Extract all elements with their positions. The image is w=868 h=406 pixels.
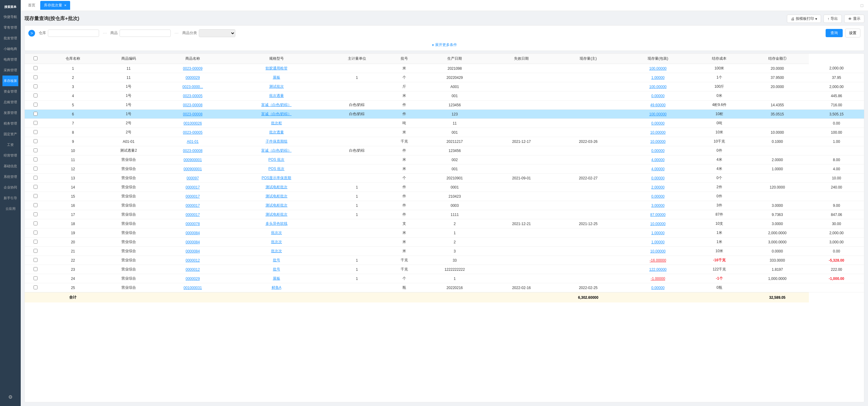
row-checkbox[interactable] bbox=[34, 267, 37, 271]
cell-16-10[interactable]: 87.00000 bbox=[623, 210, 693, 219]
row-checkbox[interactable] bbox=[34, 94, 37, 98]
row-checkbox[interactable] bbox=[34, 249, 37, 253]
cell-0-10[interactable]: 100.00000 bbox=[623, 64, 693, 73]
cell-7-4[interactable]: 批次透量 bbox=[227, 128, 325, 137]
category-select[interactable] bbox=[199, 29, 236, 37]
row-checkbox[interactable] bbox=[34, 103, 37, 107]
cell-11-3[interactable]: 000900001 bbox=[158, 165, 228, 174]
row-checkbox[interactable] bbox=[34, 231, 37, 235]
tab-close-icon[interactable]: ✕ bbox=[64, 4, 66, 7]
cell-22-4[interactable]: 批号 bbox=[227, 265, 325, 274]
sidebar-item-13[interactable]: 经营管理 bbox=[2, 150, 18, 161]
cell-17-10[interactable]: 10.00000 bbox=[623, 219, 693, 229]
row-checkbox[interactable] bbox=[34, 121, 37, 125]
window-close-icon[interactable]: □ bbox=[860, 3, 864, 8]
cell-7-10[interactable]: 10.00000 bbox=[623, 128, 693, 137]
cell-9-0[interactable] bbox=[25, 146, 46, 155]
row-checkbox[interactable] bbox=[34, 276, 37, 280]
row-checkbox[interactable] bbox=[34, 112, 37, 116]
row-checkbox[interactable] bbox=[34, 185, 37, 189]
select-all-checkbox[interactable] bbox=[34, 56, 37, 60]
row-checkbox[interactable] bbox=[34, 84, 37, 88]
cell-8-10[interactable]: 10.00000 bbox=[623, 137, 693, 146]
cell-16-0[interactable] bbox=[25, 210, 46, 219]
cell-2-3[interactable]: 0023-0000... bbox=[158, 82, 228, 91]
cell-21-0[interactable] bbox=[25, 256, 46, 265]
row-checkbox[interactable] bbox=[34, 240, 37, 244]
cell-17-4[interactable]: 多头异色软线 bbox=[227, 219, 325, 229]
sidebar-item-14[interactable]: 基础信息 bbox=[2, 161, 18, 171]
cell-20-4[interactable]: 批次次 bbox=[227, 247, 325, 256]
row-checkbox[interactable] bbox=[34, 176, 37, 180]
toggle-btn[interactable]: 👁 显示 bbox=[844, 14, 864, 23]
cell-5-4[interactable]: 富诚（白色/奶棕） bbox=[227, 110, 325, 119]
cell-24-10[interactable]: 0.00000 bbox=[623, 283, 693, 293]
cell-17-0[interactable] bbox=[25, 219, 46, 229]
cell-6-10[interactable]: 0.00000 bbox=[623, 119, 693, 128]
cell-24-4[interactable]: 鲜鱼A bbox=[227, 283, 325, 293]
sidebar-item-7[interactable]: 资金管理 bbox=[2, 86, 18, 97]
cell-9-3[interactable]: 0023-00008 bbox=[158, 146, 228, 155]
cell-13-0[interactable] bbox=[25, 183, 46, 192]
cell-19-0[interactable] bbox=[25, 238, 46, 247]
cell-15-3[interactable]: 0000017 bbox=[158, 201, 228, 210]
row-checkbox[interactable] bbox=[34, 194, 37, 198]
cell-3-4[interactable]: 批次透量 bbox=[227, 91, 325, 101]
cell-14-0[interactable] bbox=[25, 192, 46, 201]
row-checkbox[interactable] bbox=[34, 212, 37, 216]
cell-2-10[interactable]: 100.00000 bbox=[623, 82, 693, 91]
row-checkbox[interactable] bbox=[34, 148, 37, 152]
cell-15-0[interactable] bbox=[25, 201, 46, 210]
cell-4-4[interactable]: 富诚（白色/奶棕） bbox=[227, 101, 325, 110]
cell-6-3[interactable]: 001000026 bbox=[158, 119, 228, 128]
cell-11-0[interactable] bbox=[25, 165, 46, 174]
cell-16-4[interactable]: 测试电柜批次 bbox=[227, 210, 325, 219]
cell-11-10[interactable]: 4.00000 bbox=[623, 165, 693, 174]
cell-19-3[interactable]: 0000084 bbox=[158, 238, 228, 247]
sidebar-item-2[interactable]: 批发管理 bbox=[2, 33, 18, 43]
cell-5-3[interactable]: 0023-00008 bbox=[158, 110, 228, 119]
sidebar-item-3[interactable]: 小融电商 bbox=[2, 43, 18, 54]
sidebar-settings[interactable]: ⚙ bbox=[7, 391, 14, 403]
cell-11-4[interactable]: POS 批次 bbox=[227, 165, 325, 174]
row-checkbox[interactable] bbox=[34, 222, 37, 225]
search-expand-icon[interactable]: > bbox=[28, 30, 35, 37]
cell-3-0[interactable] bbox=[25, 91, 46, 101]
sidebar-item-0[interactable]: 快捷导航 bbox=[2, 11, 18, 22]
cell-9-10[interactable]: 0.00000 bbox=[623, 146, 693, 155]
cell-18-4[interactable]: 批次次 bbox=[227, 229, 325, 238]
cell-16-3[interactable]: 0000017 bbox=[158, 210, 228, 219]
cell-7-3[interactable]: 0023-00005 bbox=[158, 128, 228, 137]
print-btn[interactable]: 🖨 按模板打印 ▾ bbox=[787, 14, 821, 23]
cell-8-3[interactable]: A01-01 bbox=[158, 137, 228, 146]
row-checkbox[interactable] bbox=[34, 130, 37, 134]
cell-20-10[interactable]: 10.00000 bbox=[623, 247, 693, 256]
cell-19-4[interactable]: 批次次 bbox=[227, 238, 325, 247]
cell-21-10[interactable]: -16.00000 bbox=[623, 256, 693, 265]
cell-10-10[interactable]: 4.00000 bbox=[623, 155, 693, 165]
cell-22-10[interactable]: 122.00000 bbox=[623, 265, 693, 274]
cell-23-4[interactable]: 展板 bbox=[227, 274, 325, 283]
cell-20-0[interactable] bbox=[25, 247, 46, 256]
cell-9-4[interactable]: 富诚（白色/奶棕） bbox=[227, 146, 325, 155]
cell-20-3[interactable]: 0000084 bbox=[158, 247, 228, 256]
sidebar-item-15[interactable]: 系统管理 bbox=[2, 171, 18, 182]
cell-23-3[interactable]: 0000029 bbox=[158, 274, 228, 283]
cell-1-3[interactable]: 0000029 bbox=[158, 73, 228, 82]
cell-17-3[interactable]: 0000078 bbox=[158, 219, 228, 229]
tab-inventory-batch[interactable]: 库存批次量 ✕ bbox=[40, 1, 70, 10]
cell-4-0[interactable] bbox=[25, 101, 46, 110]
cell-23-0[interactable] bbox=[25, 274, 46, 283]
cell-13-10[interactable]: 2.00000 bbox=[623, 183, 693, 192]
row-checkbox[interactable] bbox=[34, 203, 37, 207]
query-button[interactable]: 查询 bbox=[826, 29, 843, 37]
row-checkbox[interactable] bbox=[34, 258, 37, 262]
cell-2-4[interactable]: 测试批次 bbox=[227, 82, 325, 91]
row-checkbox[interactable] bbox=[34, 75, 37, 79]
cell-13-3[interactable]: 0000017 bbox=[158, 183, 228, 192]
row-checkbox[interactable] bbox=[34, 158, 37, 162]
sidebar-item-1[interactable]: 零售管理 bbox=[2, 22, 18, 33]
sidebar-item-9[interactable]: 发票管理 bbox=[2, 107, 18, 118]
row-checkbox[interactable] bbox=[34, 139, 37, 143]
cell-4-10[interactable]: 49.60000 bbox=[623, 101, 693, 110]
